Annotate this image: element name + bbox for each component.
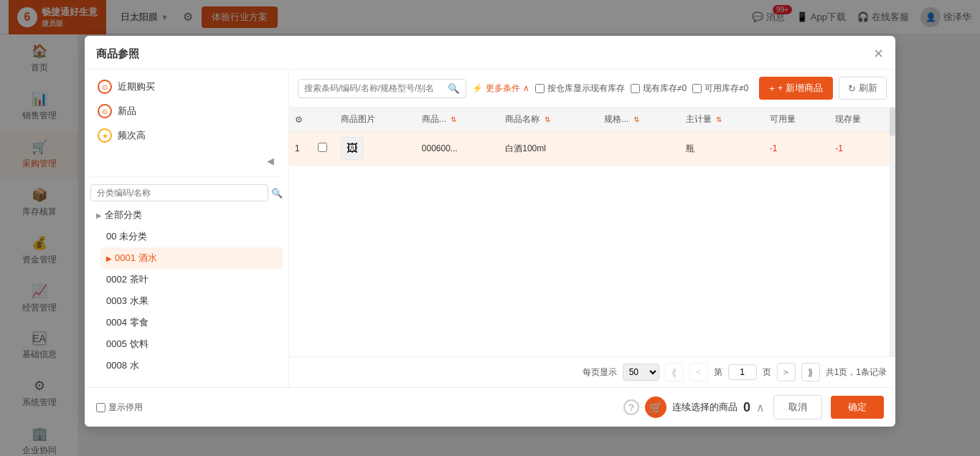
category-tree: ▶ 全部分类 00 未分类 ▶ 0001 酒水 0002 茶叶 0003 水果 xyxy=(85,204,288,381)
tree-item-tea[interactable]: 0002 茶叶 xyxy=(100,269,283,290)
quick-nav-new[interactable]: ⊙ 新品 xyxy=(90,100,283,123)
quick-nav-frequent-label: 频次高 xyxy=(118,129,146,142)
quick-nav-frequent[interactable]: ★ 频次高 xyxy=(90,124,283,147)
cell-stock: -1 xyxy=(829,132,895,166)
category-search-icon[interactable]: 🔍 xyxy=(271,188,283,199)
cart-summary: ? 🛒 连续选择的商品 0 ∧ xyxy=(623,396,765,418)
refresh-label: 刷新 xyxy=(859,82,877,95)
col-code[interactable]: 商品... ⇅ xyxy=(416,108,499,132)
quick-nav-recent-label: 近期购买 xyxy=(118,80,155,93)
row-checkbox[interactable] xyxy=(318,143,327,152)
tree-arrow-all: ▶ xyxy=(96,212,102,219)
filter-button[interactable]: ⚡ 更多条件 ∧ xyxy=(472,82,529,95)
col-stock: 现存量 xyxy=(829,108,895,132)
product-table-wrap: ⚙ 商品图片 商品... ⇅ 商品名称 ⇅ 规格... ⇅ 主计量 ⇅ 可用量 … xyxy=(289,108,895,356)
modal-header: 商品参照 ✕ xyxy=(85,36,895,70)
recent-icon: ⊙ xyxy=(98,80,112,94)
table-body: 1 🖼 000600... 白酒100ml 瓶 -1 -1 xyxy=(289,132,895,166)
warehouse-filter[interactable]: 按仓库显示现有库存 xyxy=(535,82,625,95)
tree-label-liquor: 0001 酒水 xyxy=(115,252,157,265)
tree-item-snack[interactable]: 0004 零食 xyxy=(100,312,283,333)
add-icon: + xyxy=(769,83,775,94)
refresh-product-button[interactable]: ↻ 刷新 xyxy=(839,77,887,100)
cell-available: -1 xyxy=(764,132,830,166)
tree-item-liquor[interactable]: ▶ 0001 酒水 xyxy=(100,247,283,269)
cell-checkbox[interactable] xyxy=(312,132,335,166)
product-search-wrap: 🔍 xyxy=(298,79,466,98)
page-size-select[interactable]: 50 100 200 xyxy=(623,364,659,381)
product-search-button[interactable]: 🔍 xyxy=(442,80,466,98)
cart-icon: 🛒 xyxy=(645,396,666,418)
total-info: 共1页，1条记录 xyxy=(826,366,887,379)
modal-footer: 显示停用 ? 🛒 连续选择的商品 0 ∧ 取消 确定 xyxy=(85,387,895,427)
table-row[interactable]: 1 🖼 000600... 白酒100ml 瓶 -1 -1 xyxy=(289,132,895,166)
confirm-button[interactable]: 确定 xyxy=(831,396,884,419)
next-page-button[interactable]: ＞ xyxy=(777,363,796,381)
quick-nav: ⊙ 近期购买 ⊙ 新品 ★ 频次高 xyxy=(85,75,288,147)
category-search-input[interactable] xyxy=(90,184,268,201)
product-image: 🖼 xyxy=(341,137,364,160)
col-name[interactable]: 商品名称 ⇅ xyxy=(499,108,598,132)
cancel-button[interactable]: 取消 xyxy=(773,395,822,419)
tree-label-appliance: 0010 家电 xyxy=(106,381,149,381)
warehouse-label: 按仓库显示现有库存 xyxy=(547,82,625,95)
refresh-icon: ↻ xyxy=(848,83,856,94)
stock-filter[interactable]: 现有库存≠0 xyxy=(631,82,687,95)
cart-collapse-button[interactable]: ∧ xyxy=(756,401,765,414)
col-checkbox xyxy=(312,108,335,132)
cell-unit: 瓶 xyxy=(680,132,764,166)
toolbar-right: + + 新增商品 ↻ 刷新 xyxy=(759,77,887,100)
frequent-icon: ★ xyxy=(98,128,112,143)
prev-page-button[interactable]: ＜ xyxy=(689,363,708,381)
scrollbar-thumb[interactable] xyxy=(890,108,895,136)
cart-label: 连续选择的商品 xyxy=(672,401,738,414)
tree-label-all: 全部分类 xyxy=(105,209,142,222)
add-product-button[interactable]: + + 新增商品 xyxy=(759,77,833,100)
tree-item-fruit[interactable]: 0003 水果 xyxy=(100,290,283,312)
col-settings[interactable]: ⚙ xyxy=(289,108,312,132)
warehouse-checkbox[interactable] xyxy=(535,84,545,93)
stock-checkbox[interactable] xyxy=(631,84,640,93)
page-label: 第 xyxy=(714,366,722,379)
product-list-panel: 🔍 ⚡ 更多条件 ∧ 按仓库显示现有库存 现有库存≠0 可用库存≠0 xyxy=(289,70,895,387)
available-checkbox[interactable] xyxy=(692,84,702,93)
tree-item-water[interactable]: 0008 水 xyxy=(100,355,283,376)
tree-item-appliance[interactable]: 0010 家电 xyxy=(100,376,283,381)
quick-nav-new-label: 新品 xyxy=(118,105,136,118)
page-size-label: 每页显示 xyxy=(583,366,617,379)
category-panel: ⊙ 近期购买 ⊙ 新品 ★ 频次高 ◀ 🔍 xyxy=(85,70,289,387)
page-label-2: 页 xyxy=(763,366,771,379)
quick-nav-recent[interactable]: ⊙ 近期购买 xyxy=(90,75,283,98)
left-divider xyxy=(90,176,283,177)
tree-item-beverage[interactable]: 0005 饮料 xyxy=(100,333,283,355)
first-page-button[interactable]: ⟪ xyxy=(665,363,684,381)
pagination: 每页显示 50 100 200 ⟪ ＜ 第 页 ＞ ⟫ 共1页，1条记录 xyxy=(289,356,895,387)
tree-label-beverage: 0005 饮料 xyxy=(106,338,149,351)
product-search-input[interactable] xyxy=(298,80,442,97)
available-filter[interactable]: 可用库存≠0 xyxy=(692,82,748,95)
tree-item-all[interactable]: ▶ 全部分类 xyxy=(90,204,283,226)
cell-index: 1 xyxy=(289,132,312,166)
col-spec[interactable]: 规格... ⇅ xyxy=(598,108,679,132)
tree-item-uncategorized[interactable]: 00 未分类 xyxy=(100,226,283,247)
stock-label: 现有库存≠0 xyxy=(643,82,687,95)
modal-close-button[interactable]: ✕ xyxy=(873,46,884,62)
product-reference-modal: 商品参照 ✕ ⊙ 近期购买 ⊙ 新品 ★ 频次高 ◀ xyxy=(85,36,895,427)
modal-body: ⊙ 近期购买 ⊙ 新品 ★ 频次高 ◀ 🔍 xyxy=(85,70,895,387)
category-search-row: 🔍 xyxy=(85,181,288,204)
show-disabled-filter[interactable]: 显示停用 xyxy=(96,402,143,414)
col-unit[interactable]: 主计量 ⇅ xyxy=(680,108,764,132)
collapse-button[interactable]: ◀ xyxy=(264,153,277,169)
table-scrollbar[interactable] xyxy=(890,108,895,356)
help-icon[interactable]: ? xyxy=(623,399,639,415)
tree-label-tea: 0002 茶叶 xyxy=(106,273,149,286)
cell-code: 000600... xyxy=(416,132,499,166)
cell-image: 🖼 xyxy=(335,132,416,166)
show-disabled-checkbox[interactable] xyxy=(96,403,105,412)
last-page-button[interactable]: ⟫ xyxy=(801,363,820,381)
filter-icon: ⚡ xyxy=(472,83,483,93)
product-table: ⚙ 商品图片 商品... ⇅ 商品名称 ⇅ 规格... ⇅ 主计量 ⇅ 可用量 … xyxy=(289,108,895,166)
filter-arrow-icon: ∧ xyxy=(523,83,529,93)
add-label: + 新增商品 xyxy=(778,82,823,95)
page-number-input[interactable] xyxy=(728,364,757,380)
